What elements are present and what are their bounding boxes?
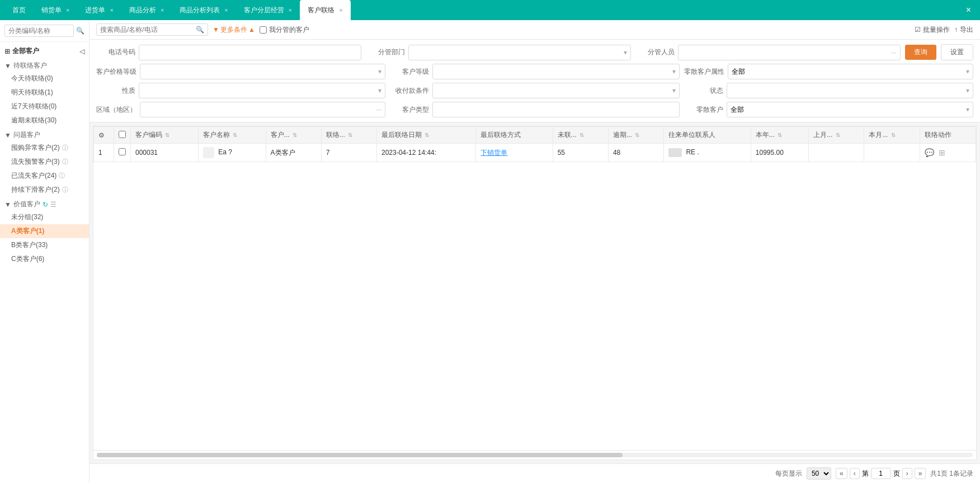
- cell-actions: 💬 ⊞: [920, 144, 976, 162]
- main-search-icon[interactable]: 🔍: [196, 26, 204, 34]
- retail-attr-select[interactable]: 全部 ▾: [728, 64, 973, 79]
- sort-name-icon: ⇅: [233, 132, 237, 138]
- sidebar-group-value[interactable]: ▼ 价值客户 ↻ ☰: [0, 197, 89, 210]
- sidebar-item-tomorrow-pending[interactable]: 明天待联络(1): [0, 86, 89, 100]
- cell-last-month: [809, 144, 864, 162]
- app-close-button[interactable]: ×: [962, 5, 976, 15]
- scrollbar-thumb[interactable]: [97, 453, 623, 457]
- sidebar: 🔍 ⊞ 全部客户 ◁ ▼ 待联络客户 今天待联络(0) 明天待联络(1) 近7天…: [0, 20, 89, 483]
- close-purchase-tab[interactable]: ×: [110, 7, 113, 13]
- page-number-input[interactable]: [871, 468, 891, 479]
- query-button[interactable]: 查询: [905, 45, 936, 60]
- main-search-input[interactable]: [100, 26, 196, 34]
- region-select[interactable]: ···: [140, 102, 385, 117]
- col-this-month: 本月... ⇅: [864, 127, 920, 144]
- settings-icon[interactable]: ⚙: [98, 131, 105, 139]
- payment-select[interactable]: ▾: [432, 83, 679, 98]
- top-navigation: 首页 销货单 × 进货单 × 商品分析 × 商品分析列表 × 客户分层经营 × …: [0, 0, 980, 20]
- price-level-select[interactable]: ▾: [140, 64, 385, 79]
- sidebar-item-overdue-contact[interactable]: 逾期未联络(30): [0, 113, 89, 127]
- filter-customer-level: 客户等级 ▾: [390, 64, 679, 79]
- nav-tab-customer-tier[interactable]: 客户分层经营 ×: [236, 0, 300, 20]
- nature-select[interactable]: ▾: [139, 83, 385, 98]
- level-caret-icon: ▾: [672, 68, 676, 75]
- sidebar-item-7days-pending[interactable]: 近7天待联络(0): [0, 100, 89, 113]
- sidebar-item-today-pending[interactable]: 今天待联络(0): [0, 72, 89, 86]
- info-icon-3: ⓘ: [59, 172, 65, 180]
- sidebar-item-abnormal-purchase[interactable]: 囤购异常客户(2) ⓘ: [0, 141, 89, 155]
- prev-page-button[interactable]: ‹: [850, 468, 860, 479]
- sidebar-item-class-a[interactable]: A类客户(1): [0, 224, 89, 238]
- contact-method-link[interactable]: 下销货单: [480, 149, 507, 157]
- filter-retail-customer: 零散客户 全部 ▾: [684, 102, 973, 117]
- sort-contact-icon: ⇅: [348, 132, 352, 138]
- sidebar-item-class-c[interactable]: C类客户(6): [0, 252, 89, 266]
- sidebar-search-input[interactable]: [4, 25, 74, 37]
- nav-tab-product-analysis-list[interactable]: 商品分析列表 ×: [172, 0, 235, 20]
- my-customers-filter: 我分管的客户: [260, 25, 309, 35]
- close-product-list-tab[interactable]: ×: [224, 7, 228, 13]
- customer-level-select[interactable]: ▾: [432, 64, 679, 79]
- all-customers-header: ⊞ 全部客户 ◁: [0, 42, 89, 58]
- last-page-button[interactable]: »: [915, 468, 926, 479]
- batch-operation-button[interactable]: ☑ 批量操作: [915, 25, 950, 35]
- sidebar-item-class-b[interactable]: B类客户(33): [0, 238, 89, 252]
- customer-avatar: [203, 147, 214, 158]
- filter-customer-type: 客户类型: [390, 102, 679, 117]
- search-box: 🔍: [96, 23, 208, 36]
- close-product-analysis-tab[interactable]: ×: [161, 7, 164, 13]
- settings-button[interactable]: 设置: [941, 44, 973, 60]
- nav-tab-sales[interactable]: 销货单 ×: [34, 0, 77, 20]
- cell-this-year: 10995.00: [751, 144, 808, 162]
- sidebar-item-lost-customers[interactable]: 已流失客户(24) ⓘ: [0, 169, 89, 183]
- export-button[interactable]: ↑ 导出: [954, 25, 973, 35]
- sidebar-search-icon[interactable]: 🔍: [76, 27, 84, 35]
- cell-type: A类客户: [266, 144, 321, 162]
- manager-select[interactable]: ···: [678, 45, 901, 60]
- row-checkbox[interactable]: [119, 148, 126, 155]
- sidebar-item-ungrouped[interactable]: 未分组(32): [0, 210, 89, 224]
- chat-icon[interactable]: 💬: [925, 148, 934, 157]
- dept-select[interactable]: ▾: [408, 45, 631, 60]
- first-page-button[interactable]: «: [836, 468, 847, 479]
- sidebar-collapse-icon[interactable]: ◁: [79, 48, 84, 55]
- manager-dots-icon: ···: [891, 49, 897, 56]
- col-contact-count: 联络... ⇅: [321, 127, 376, 144]
- close-sales-tab[interactable]: ×: [66, 7, 69, 13]
- sidebar-item-declining[interactable]: 持续下滑客户(2) ⓘ: [0, 183, 89, 197]
- filter-price-level: 客户价格等级 ▾: [96, 64, 385, 79]
- col-settings: ⚙: [94, 127, 114, 144]
- value-arrow-icon: ▼: [4, 201, 11, 209]
- sort-year-icon: ⇅: [778, 132, 782, 138]
- sidebar-item-loss-warning[interactable]: 流失预警客户(3) ⓘ: [0, 155, 89, 169]
- nav-tab-product-analysis[interactable]: 商品分析 ×: [121, 0, 172, 20]
- next-page-button[interactable]: ›: [902, 468, 912, 479]
- my-customers-checkbox[interactable]: [260, 26, 267, 34]
- col-last-month: 上月... ⇅: [809, 127, 864, 144]
- more-filters-button[interactable]: ▼ 更多条件 ▲: [213, 25, 255, 35]
- filter-status: 状态 ▾: [684, 83, 973, 98]
- col-last-date: 最后联络日期 ⇅: [377, 127, 476, 144]
- close-contact-tab[interactable]: ×: [339, 7, 342, 13]
- qr-icon[interactable]: ⊞: [939, 148, 945, 157]
- value-settings-icon[interactable]: ☰: [50, 201, 56, 209]
- nav-tab-purchase[interactable]: 进货单 ×: [77, 0, 121, 20]
- cell-no-contact: 55: [553, 144, 608, 162]
- value-refresh-icon[interactable]: ↻: [43, 201, 48, 209]
- customer-type-input[interactable]: [432, 102, 679, 117]
- status-select[interactable]: ▾: [727, 83, 973, 98]
- filter-nature: 性质 ▾: [96, 83, 385, 98]
- page-size-select[interactable]: 50: [807, 467, 831, 480]
- filter-row-3: 性质 ▾ 收付款条件 ▾ 状态: [96, 83, 973, 98]
- retail-customer-select[interactable]: 全部 ▾: [727, 102, 973, 117]
- select-all-checkbox[interactable]: [119, 131, 126, 138]
- nav-tab-home[interactable]: 首页: [4, 0, 34, 20]
- cell-checkbox: [114, 144, 131, 162]
- phone-input[interactable]: [139, 45, 361, 60]
- sidebar-group-problem[interactable]: ▼ 问题客户: [0, 127, 89, 141]
- col-actions: 联络动作: [920, 127, 976, 144]
- close-tier-tab[interactable]: ×: [289, 7, 292, 13]
- horizontal-scrollbar: [93, 450, 976, 460]
- sidebar-group-pending[interactable]: ▼ 待联络客户: [0, 58, 89, 72]
- nav-tab-customer-contact[interactable]: 客户联络 ×: [300, 0, 350, 20]
